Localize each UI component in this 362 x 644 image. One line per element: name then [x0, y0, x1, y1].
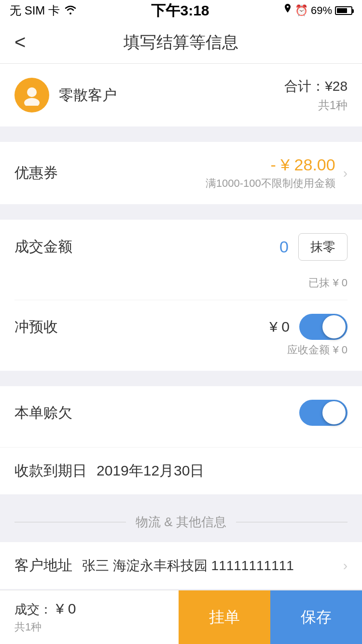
prepayment-toggle[interactable] [299, 314, 348, 340]
coupon-desc: 满1000-100不限制使用金额 [206, 176, 335, 191]
bottom-bar: 成交： ¥ 0 共1种 挂单 保存 [0, 590, 362, 644]
address-row[interactable]: 客户地址 张三 海淀永丰科技园 11111111111 › [0, 542, 362, 589]
debt-row: 本单赊欠 [0, 386, 362, 439]
location-icon [283, 4, 292, 17]
customer-name: 零散客户 [59, 85, 117, 105]
coupon-discount: - ¥ 28.00 [206, 155, 335, 174]
due-date-row: 收款到期日 2019年12月30日 [0, 447, 362, 494]
prepayment-right: ¥ 0 [269, 314, 348, 340]
bottom-info: 成交： ¥ 0 共1种 [0, 590, 179, 644]
sim-status: 无 SIM 卡 [10, 3, 60, 18]
customer-total: 合计：¥28 [284, 77, 348, 96]
coupon-value-wrap: - ¥ 28.00 满1000-100不限制使用金额 [206, 155, 335, 191]
clock-icon: ⏰ [295, 4, 308, 17]
prepayment-amount: ¥ 0 [269, 319, 290, 335]
coupon-right: - ¥ 28.00 满1000-100不限制使用金额 › [206, 155, 348, 191]
customer-section: 零散客户 合计：¥28 共1种 [0, 64, 362, 126]
nav-bar: < 填写结算等信息 [0, 21, 362, 64]
hold-btn-label: 挂单 [209, 607, 240, 628]
due-date-label: 收款到期日 [14, 461, 87, 481]
customer-right: 合计：¥28 共1种 [284, 77, 348, 113]
address-label: 客户地址 [14, 556, 72, 575]
due-date-value: 2019年12月30日 [97, 461, 204, 481]
customer-count: 共1种 [284, 98, 348, 113]
deal-amount-label: 成交金额 [14, 237, 72, 257]
customer-row: 零散客户 合计：¥28 共1种 [0, 64, 362, 126]
deal-amount-row: 成交金额 抹零 [0, 220, 362, 274]
hold-button[interactable]: 挂单 [179, 590, 270, 644]
customer-avatar [14, 78, 49, 112]
battery-icon [335, 6, 352, 15]
gray-sep-3 [0, 378, 362, 386]
coupon-section: 优惠券 - ¥ 28.00 满1000-100不限制使用金额 › [0, 142, 362, 204]
address-chevron-icon: › [343, 558, 348, 574]
save-btn-label: 保存 [301, 607, 332, 628]
deal-amount-right: 抹零 [84, 233, 348, 261]
coupon-chevron-icon: › [343, 166, 348, 181]
save-button[interactable]: 保存 [270, 590, 362, 644]
coupon-label: 优惠券 [14, 163, 58, 183]
status-bar: 无 SIM 卡 下午3:18 ⏰ 69% [0, 0, 362, 21]
deal-sub-text: 已抹 ¥ 0 [0, 274, 362, 300]
status-right: ⏰ 69% [283, 4, 352, 17]
back-button[interactable]: < [14, 31, 26, 53]
prepayment-row: 冲预收 ¥ 0 应收金额 ¥ 0 [0, 300, 362, 371]
logistics-label: 物流 & 其他信息 [136, 514, 226, 531]
prepayment-label: 冲预收 [14, 317, 58, 337]
svg-point-0 [27, 87, 37, 97]
already-rounded-text: 已抹 ¥ 0 [308, 277, 348, 289]
address-right: › [343, 558, 348, 574]
round-zero-button[interactable]: 抹零 [298, 233, 348, 261]
bottom-deal-row: 成交： ¥ 0 [14, 601, 164, 618]
content: 零散客户 合计：¥28 共1种 优惠券 - ¥ 28.00 满1000-100不… [0, 64, 362, 644]
gray-sep-1 [0, 134, 362, 142]
logistics-line: 物流 & 其他信息 [14, 514, 348, 531]
prepayment-sub: 应收金额 ¥ 0 [14, 343, 348, 357]
deal-amount-section: 成交金额 抹零 已抹 ¥ 0 冲预收 ¥ 0 应收金额 ¥ [0, 220, 362, 371]
gray-sep-2 [0, 212, 362, 220]
debt-label: 本单赊欠 [14, 403, 72, 423]
coupon-row[interactable]: 优惠券 - ¥ 28.00 满1000-100不限制使用金额 › [0, 142, 362, 204]
deal-amount-input[interactable] [84, 238, 289, 256]
debt-toggle-knob [322, 401, 346, 424]
bottom-amount: ¥ 0 [56, 601, 76, 616]
address-section: 客户地址 张三 海淀永丰科技园 11111111111 › [0, 542, 362, 589]
prepayment-sub-text: 应收金额 ¥ 0 [287, 343, 348, 357]
status-time: 下午3:18 [151, 1, 209, 21]
debt-section: 本单赊欠 收款到期日 2019年12月30日 [0, 386, 362, 494]
page-title: 填写结算等信息 [124, 31, 238, 54]
bottom-deal-label: 成交： [14, 602, 52, 616]
address-value: 张三 海淀永丰科技园 11111111111 [82, 557, 343, 575]
logistics-separator: 物流 & 其他信息 [0, 502, 362, 542]
prepayment-main: 冲预收 ¥ 0 [14, 314, 348, 340]
wifi-icon [64, 4, 77, 17]
svg-point-1 [24, 98, 40, 106]
customer-left: 零散客户 [14, 78, 117, 112]
prepayment-toggle-knob [322, 315, 346, 338]
debt-toggle[interactable] [299, 400, 348, 426]
status-left: 无 SIM 卡 [10, 3, 77, 18]
battery-text: 69% [311, 4, 332, 17]
bottom-count: 共1种 [14, 620, 164, 634]
